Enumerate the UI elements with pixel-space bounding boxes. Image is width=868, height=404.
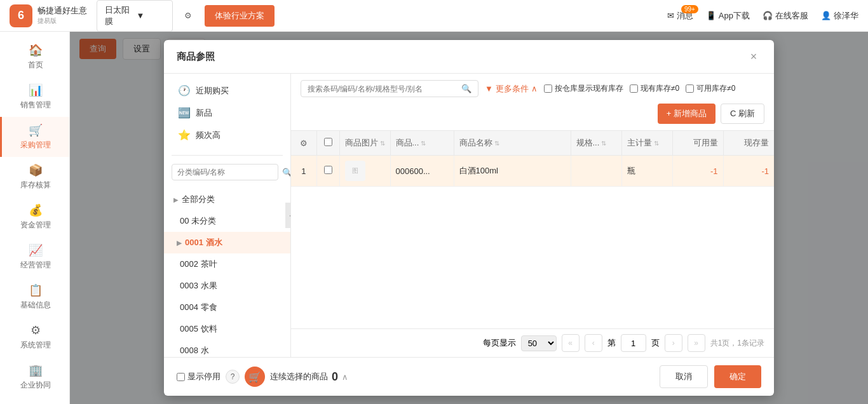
store-dropdown[interactable]: 日太阳膜 ▼ bbox=[97, 0, 173, 32]
category-item-00[interactable]: 00 未分类 bbox=[164, 210, 290, 232]
pagination-bar: 每页显示 50 10 20 100 « ‹ 第 页 bbox=[291, 328, 774, 357]
quick-recent[interactable]: 🕐 近期购买 bbox=[172, 80, 283, 101]
modal-footer: 显示停用 ? 🛒 连续选择的商品 0 ∧ 取消 bbox=[164, 357, 774, 396]
trial-button[interactable]: 体验行业方案 bbox=[205, 5, 275, 27]
sidebar-item-home[interactable]: 🏠 首页 bbox=[0, 37, 69, 77]
settings-icon: ⚙ bbox=[300, 138, 308, 148]
help-button[interactable]: ? bbox=[226, 370, 240, 384]
checkbox-warehouse[interactable]: 按仓库显示现有库存 bbox=[544, 83, 623, 94]
checkbox-stock-nonzero[interactable]: 现有库存≠0 bbox=[630, 83, 679, 94]
next-page-button[interactable]: › bbox=[665, 334, 682, 352]
operation-icon: 📈 bbox=[29, 243, 43, 257]
category-item-0003[interactable]: 0003 水果 bbox=[164, 275, 290, 297]
product-thumbnail: 图 bbox=[345, 161, 365, 181]
search-icon: 🔍 bbox=[282, 168, 291, 177]
page-size-select[interactable]: 50 10 20 100 bbox=[521, 335, 557, 351]
row-unit: 瓶 bbox=[621, 156, 672, 187]
row-checkbox[interactable] bbox=[324, 166, 332, 174]
action-buttons: + 新增商品 C 刷新 bbox=[658, 104, 764, 124]
active-arrow-icon: ▶ bbox=[177, 239, 182, 246]
app-body: 🏠 首页 📊 销售管理 🛒 采购管理 📦 库存核算 💰 资金管理 📈 经营管理 … bbox=[0, 32, 868, 404]
category-search-input[interactable] bbox=[172, 164, 278, 180]
sort-icon-img: ⇅ bbox=[380, 140, 385, 147]
app-download-button[interactable]: 📱 App下载 bbox=[706, 10, 750, 22]
home-icon: 🏠 bbox=[29, 43, 43, 57]
quick-new[interactable]: 🆕 新品 bbox=[172, 102, 283, 123]
online-service-button[interactable]: 🎧 在线客服 bbox=[763, 10, 808, 22]
star-icon: ⭐ bbox=[178, 129, 191, 141]
sidebar: 🏠 首页 📊 销售管理 🛒 采购管理 📦 库存核算 💰 资金管理 📈 经营管理 … bbox=[0, 32, 70, 404]
category-item-0008[interactable]: 0008 水 bbox=[164, 340, 290, 357]
th-checkbox bbox=[316, 131, 339, 156]
cancel-button[interactable]: 取消 bbox=[660, 365, 708, 388]
modal-body: 🕐 近期购买 🆕 新品 ⭐ 频次高 bbox=[164, 74, 774, 357]
category-item-0004[interactable]: 0004 零食 bbox=[164, 297, 290, 318]
product-search-wrap: 🔍 bbox=[301, 80, 478, 97]
selected-products-info: 连续选择的商品 0 ∧ bbox=[270, 370, 348, 384]
system-icon: ⚙ bbox=[31, 323, 41, 337]
sidebar-item-sales[interactable]: 📊 销售管理 bbox=[0, 77, 69, 117]
filter-icon: ▼ bbox=[485, 84, 493, 93]
sidebar-item-purchase[interactable]: 🛒 采购管理 bbox=[0, 117, 69, 157]
refresh-product-button[interactable]: C 刷新 bbox=[721, 104, 764, 124]
select-all-checkbox[interactable] bbox=[324, 138, 332, 146]
cart-icon: 🛒 bbox=[248, 371, 261, 383]
collapse-panel-button[interactable]: ‹‹ bbox=[285, 203, 291, 228]
checkbox-avail-nonzero[interactable]: 可用库存≠0 bbox=[686, 83, 735, 94]
th-gear: ⚙ bbox=[291, 131, 316, 156]
sidebar-item-inventory[interactable]: 📦 库存核算 bbox=[0, 157, 69, 197]
sidebar-item-system[interactable]: ⚙ 系统管理 bbox=[0, 317, 69, 357]
purchase-icon: 🛒 bbox=[29, 123, 43, 137]
user-profile-button[interactable]: 👤 徐泽华 bbox=[821, 10, 858, 22]
modal-overlay: 商品参照 × 🕐 近期购买 🆕 bbox=[70, 32, 868, 404]
cart-button[interactable]: 🛒 bbox=[245, 367, 265, 387]
user-name: 徐泽华 bbox=[834, 10, 858, 22]
sidebar-label-finance: 资金管理 bbox=[20, 220, 51, 231]
sales-icon: 📊 bbox=[29, 83, 43, 97]
quick-frequent[interactable]: ⭐ 频次高 bbox=[172, 125, 283, 145]
sidebar-item-enterprise[interactable]: 🏢 企业协同 bbox=[0, 357, 69, 397]
show-disabled-checkbox[interactable]: 显示停用 bbox=[177, 371, 220, 382]
sidebar-label-operation: 经营管理 bbox=[20, 260, 51, 271]
page-total-info: 共1页，1条记录 bbox=[710, 338, 764, 349]
new-icon: 🆕 bbox=[178, 107, 191, 119]
category-search: 🔍 bbox=[164, 159, 290, 185]
quick-access: 🕐 近期购买 🆕 新品 ⭐ 频次高 bbox=[164, 74, 290, 152]
sidebar-item-finance[interactable]: 💰 资金管理 bbox=[0, 197, 69, 237]
product-search-input[interactable] bbox=[308, 84, 458, 93]
category-item-0002[interactable]: 0002 茶叶 bbox=[164, 253, 290, 275]
row-stock: -1 bbox=[723, 156, 774, 187]
prev-page-button[interactable]: ‹ bbox=[585, 334, 602, 352]
phone-icon: 📱 bbox=[706, 11, 716, 20]
sidebar-label-purchase: 采购管理 bbox=[20, 140, 51, 151]
gear-button[interactable]: ⚙ bbox=[178, 6, 198, 26]
confirm-button[interactable]: 确定 bbox=[714, 365, 761, 388]
category-item-all[interactable]: ▶ 全部分类 bbox=[164, 189, 290, 210]
sidebar-label-home: 首页 bbox=[28, 60, 43, 71]
page-label: 第 bbox=[607, 337, 616, 349]
category-item-0005[interactable]: 0005 饮料 bbox=[164, 318, 290, 340]
add-product-button[interactable]: + 新增商品 bbox=[658, 104, 715, 124]
table-header-row: ⚙ 商品图片 ⇅ bbox=[291, 131, 774, 156]
sort-icon-spec: ⇅ bbox=[601, 140, 606, 147]
row-spec bbox=[571, 156, 621, 187]
chevron-up-icon[interactable]: ∧ bbox=[342, 372, 348, 382]
user-icon: 👤 bbox=[821, 11, 831, 20]
more-filter-button[interactable]: ▼ 更多条件 ∧ bbox=[485, 83, 538, 95]
logo-text: 畅捷通好生意 bbox=[37, 6, 87, 17]
sort-icon-unit: ⇅ bbox=[654, 140, 659, 147]
nav-right: ✉ 消息 99+ 📱 App下载 🎧 在线客服 👤 徐泽华 bbox=[667, 10, 858, 22]
messages-button[interactable]: ✉ 消息 99+ bbox=[667, 10, 693, 22]
sidebar-item-operation[interactable]: 📈 经营管理 bbox=[0, 237, 69, 277]
modal-close-button[interactable]: × bbox=[746, 49, 761, 64]
first-page-button[interactable]: « bbox=[562, 334, 580, 352]
page-number-input[interactable] bbox=[621, 334, 646, 352]
category-item-0001[interactable]: ▶ 0001 酒水 bbox=[164, 232, 290, 253]
table-row[interactable]: 1 图 bbox=[291, 156, 774, 187]
sort-icon-name: ⇅ bbox=[494, 140, 499, 147]
sidebar-label-inventory: 库存核算 bbox=[20, 180, 51, 191]
sidebar-item-basic[interactable]: 📋 基础信息 bbox=[0, 277, 69, 317]
th-code: 商品... ⇅ bbox=[390, 131, 454, 156]
sidebar-item-guide[interactable]: 📖 新手引导 bbox=[0, 397, 69, 404]
last-page-button[interactable]: » bbox=[688, 334, 705, 352]
